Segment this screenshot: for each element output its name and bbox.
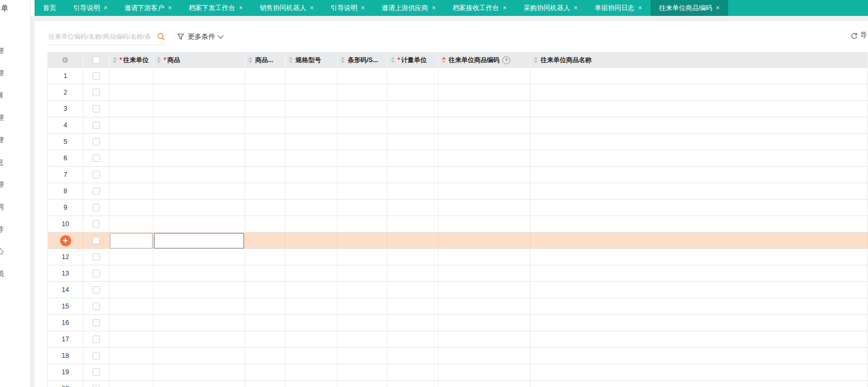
cell-往来单位商品编码[interactable]: [439, 315, 530, 331]
cell-往来单位商品名称[interactable]: [530, 348, 868, 364]
cell-商品[interactable]: [154, 167, 245, 183]
cell-商品[interactable]: [154, 233, 245, 248]
cell-往来单位商品编码[interactable]: [439, 298, 530, 314]
cell-计量单位[interactable]: [387, 150, 439, 166]
tab-档案下发工作台[interactable]: 档案下发工作台×: [180, 0, 251, 16]
cell-条形码/S...[interactable]: [338, 265, 387, 281]
cell-条形码/S...[interactable]: [338, 315, 387, 331]
tab-close-icon[interactable]: ×: [638, 5, 642, 11]
grid-header-往来单位[interactable]: *往来单位: [109, 52, 154, 68]
cell-商品...[interactable]: [245, 265, 285, 281]
cell-计量单位[interactable]: [387, 265, 439, 281]
cell-商品...[interactable]: [245, 200, 285, 216]
cell-checkbox[interactable]: [83, 381, 109, 387]
cell-计量单位[interactable]: [387, 249, 439, 265]
cell-条形码/S...[interactable]: [338, 134, 387, 150]
cell-规格型号[interactable]: [285, 249, 338, 265]
cell-往来单位[interactable]: [109, 200, 154, 216]
cell-商品[interactable]: [154, 200, 245, 216]
tab-close-icon[interactable]: ×: [310, 5, 314, 11]
cell-条形码/S...[interactable]: [338, 200, 387, 216]
row-checkbox[interactable]: [92, 303, 100, 310]
cell-商品...[interactable]: [245, 134, 285, 150]
cell-计量单位[interactable]: [387, 216, 439, 232]
row-checkbox[interactable]: [92, 138, 100, 145]
tab-close-icon[interactable]: ×: [104, 5, 107, 11]
cell-规格型号[interactable]: [285, 167, 338, 183]
cell-计量单位[interactable]: [387, 364, 439, 380]
tab-档案接收工作台[interactable]: 档案接收工作台×: [444, 0, 516, 16]
cell-商品[interactable]: [154, 117, 245, 133]
cell-checkbox[interactable]: [83, 150, 109, 166]
cell-往来单位商品名称[interactable]: [530, 84, 868, 100]
row-checkbox[interactable]: [92, 154, 100, 162]
cell-往来单位[interactable]: [109, 101, 154, 117]
grid-header-商品[interactable]: *商品: [154, 52, 245, 68]
cell-往来单位商品编码[interactable]: [439, 233, 530, 248]
cell-条形码/S...[interactable]: [338, 150, 387, 166]
tab-close-icon[interactable]: ×: [432, 5, 436, 11]
cell-条形码/S...[interactable]: [338, 282, 387, 298]
cell-规格型号[interactable]: [285, 315, 338, 331]
cell-往来单位[interactable]: [109, 381, 154, 387]
cell-计量单位[interactable]: [387, 331, 439, 347]
tab-首页[interactable]: 首页: [35, 0, 65, 16]
row-checkbox[interactable]: [92, 105, 100, 113]
edit-cell-product-input[interactable]: [154, 233, 244, 248]
cell-商品[interactable]: [154, 364, 245, 380]
cell-商品[interactable]: [154, 315, 245, 331]
cell-往来单位商品名称[interactable]: [530, 200, 868, 216]
cell-checkbox[interactable]: [83, 298, 109, 314]
cell-往来单位商品名称[interactable]: [530, 150, 868, 166]
cell-往来单位商品名称[interactable]: [530, 117, 868, 133]
cell-商品...[interactable]: [245, 381, 285, 387]
search-icon[interactable]: [157, 32, 165, 41]
cell-商品...[interactable]: [245, 331, 285, 347]
cell-checkbox[interactable]: [83, 84, 109, 100]
cell-往来单位商品编码[interactable]: [439, 117, 530, 133]
cell-往来单位商品名称[interactable]: [530, 364, 868, 380]
cell-往来单位商品编码[interactable]: [439, 348, 530, 364]
cell-往来单位商品编码[interactable]: [439, 364, 530, 380]
cell-往来单位商品编码[interactable]: [439, 68, 530, 84]
search-input[interactable]: [47, 32, 156, 41]
cell-checkbox[interactable]: [83, 216, 109, 232]
cell-条形码/S...[interactable]: [338, 101, 387, 117]
cell-规格型号[interactable]: [285, 68, 338, 84]
cell-往来单位商品名称[interactable]: [530, 315, 868, 331]
cell-往来单位[interactable]: [109, 167, 154, 183]
sort-carets-icon[interactable]: [157, 57, 161, 63]
row-checkbox[interactable]: [92, 237, 100, 244]
row-checkbox[interactable]: [92, 319, 100, 326]
tab-往来单位商品编码[interactable]: 往来单位商品编码×: [651, 0, 728, 16]
grid-header-settings[interactable]: ⚙: [47, 52, 83, 68]
cell-商品...[interactable]: [245, 364, 285, 380]
grid-header-条形码/S...[interactable]: 条形码/S...: [338, 52, 387, 68]
cell-计量单位[interactable]: [387, 282, 439, 298]
cell-规格型号[interactable]: [285, 298, 338, 314]
cell-商品[interactable]: [154, 249, 245, 265]
tab-销售协同机器人[interactable]: 销售协同机器人×: [251, 0, 323, 16]
cell-计量单位[interactable]: [387, 101, 439, 117]
cell-往来单位商品名称[interactable]: [530, 167, 868, 183]
cell-商品...[interactable]: [245, 84, 285, 100]
row-checkbox[interactable]: [92, 253, 100, 261]
cell-往来单位商品编码[interactable]: [439, 282, 530, 298]
cell-商品...[interactable]: [245, 68, 285, 84]
tab-邀请上游供应商[interactable]: 邀请上游供应商×: [373, 0, 444, 16]
grid-header-计量单位[interactable]: *计量单位: [387, 52, 439, 68]
tab-close-icon[interactable]: ×: [574, 5, 578, 11]
cell-规格型号[interactable]: [285, 150, 338, 166]
sidebar-item[interactable]: 理: [0, 135, 4, 145]
cell-商品...[interactable]: [245, 150, 285, 166]
cell-条形码/S...[interactable]: [338, 298, 387, 314]
row-checkbox[interactable]: [92, 352, 100, 359]
cell-规格型号[interactable]: [285, 200, 338, 216]
cell-checkbox[interactable]: [83, 282, 109, 298]
cell-checkbox[interactable]: [83, 68, 109, 84]
cell-往来单位商品编码[interactable]: [439, 249, 530, 265]
sort-carets-icon[interactable]: [248, 57, 252, 63]
cell-往来单位商品编码[interactable]: [439, 84, 530, 100]
cell-checkbox[interactable]: [83, 364, 109, 380]
cell-往来单位[interactable]: [109, 68, 154, 84]
